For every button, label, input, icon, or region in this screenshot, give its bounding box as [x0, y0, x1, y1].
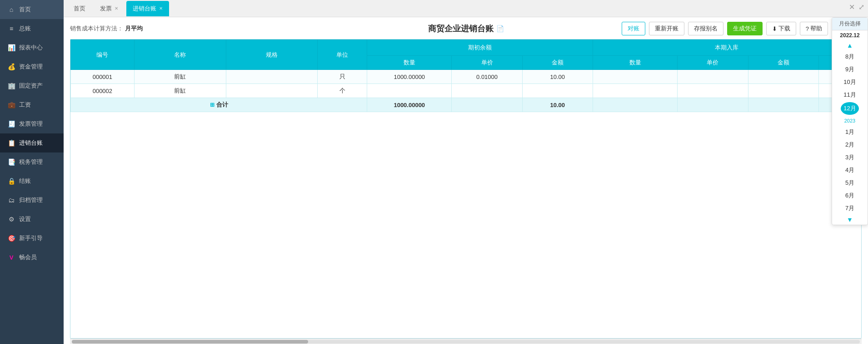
- download-button[interactable]: ⬇ 下载: [766, 22, 796, 35]
- total-label-cell: ⊞ 合计: [71, 98, 367, 112]
- reconcile-button[interactable]: 对账: [622, 22, 645, 35]
- sidebar-item-assets[interactable]: 🏢 固定资产: [0, 76, 64, 95]
- help-icon: ?: [806, 25, 809, 32]
- month-item-2023-2[interactable]: 2月: [832, 138, 868, 151]
- sidebar-item-label: 报表中心: [19, 44, 43, 52]
- month-item-2023-1[interactable]: 1月: [832, 126, 868, 138]
- month-item-2023-4[interactable]: 4月: [832, 164, 868, 177]
- data-table-container: 编号 名称 规格 单位 期初余额 本期入库 数量 单价 金额 数量 单价 金额: [70, 39, 862, 339]
- col-header-name: 名称: [134, 40, 226, 70]
- title-edit-icon[interactable]: 📄: [496, 25, 504, 32]
- month-panel-year-2022: 2022.12: [832, 30, 868, 40]
- cell-spec: [226, 84, 318, 98]
- col-header-id: 编号: [71, 40, 135, 70]
- cell-ci-qty: [593, 84, 677, 98]
- month-item-9[interactable]: 9月: [832, 63, 868, 76]
- col-ci-price: 单价: [678, 56, 748, 70]
- sidebar-item-reports[interactable]: 📊 报表中心: [0, 38, 64, 57]
- tax-icon: 📑: [7, 158, 15, 166]
- tab-purchase-sales-close[interactable]: ✕: [159, 6, 163, 11]
- close-accounts-icon: 🔒: [7, 177, 15, 185]
- sidebar-item-label: 税务管理: [19, 158, 43, 166]
- sidebar-item-label: 发票管理: [19, 120, 43, 128]
- month-item-2023-3[interactable]: 3月: [832, 151, 868, 164]
- purchase-sales-icon: 📋: [7, 139, 15, 147]
- sidebar: ⌂ 首页 ≡ 总账 📊 报表中心 💰 资金管理 🏢 固定资产 💼 工资 🧾 发票…: [0, 0, 64, 344]
- cost-method: 销售成本计算方法： 月平均: [70, 25, 143, 33]
- funds-icon: 💰: [7, 63, 15, 70]
- col-ci-amount: 金额: [748, 56, 818, 70]
- sidebar-item-funds[interactable]: 💰 资金管理: [0, 57, 64, 76]
- reports-icon: 📊: [7, 44, 15, 51]
- guide-icon: 🎯: [7, 235, 15, 242]
- cell-qs-price: [452, 84, 522, 98]
- window-expand-icon[interactable]: ⤢: [858, 3, 864, 11]
- total-ci-qty: [593, 98, 677, 112]
- col-qs-qty: 数量: [367, 56, 452, 70]
- cell-id: 000002: [71, 84, 135, 98]
- info-bar: 销售成本计算方法： 月平均 商贸企业进销台账 📄 对账 重新开账 存报别名 生成…: [70, 22, 862, 35]
- tab-invoice[interactable]: 发票 ✕: [94, 1, 125, 16]
- generate-voucher-button[interactable]: 生成凭证: [727, 22, 763, 35]
- download-icon: ⬇: [772, 25, 777, 32]
- sidebar-item-purchase-sales[interactable]: 📋 进销台账: [0, 133, 64, 152]
- reopen-button[interactable]: 重新开账: [649, 22, 684, 35]
- toolbar: 对账 重新开账 存报别名 生成凭证 ⬇ 下载 ? 帮助 ↻ 刷新: [622, 22, 862, 35]
- tab-purchase-sales-label: 进销台账: [133, 5, 156, 13]
- total-ci-price: [678, 98, 748, 112]
- col-header-period-start: 期初余额: [367, 40, 593, 56]
- month-year-2023-label: 2023: [832, 116, 868, 126]
- month-scroll-down[interactable]: ▼: [832, 215, 868, 225]
- help-label: 帮助: [810, 25, 822, 33]
- cell-qs-price: 0.01000: [452, 70, 522, 84]
- sidebar-item-label: 结账: [19, 177, 31, 185]
- sidebar-item-invoice-mgmt[interactable]: 🧾 发票管理: [0, 114, 64, 133]
- tab-invoice-label: 发票: [100, 5, 112, 13]
- invoice-mgmt-icon: 🧾: [7, 120, 15, 128]
- sidebar-item-ledger[interactable]: ≡ 总账: [0, 19, 64, 38]
- page-title: 商贸企业进销台账 📄: [428, 23, 504, 34]
- scrollbar-thumb[interactable]: [72, 340, 308, 344]
- window-close-icon[interactable]: ✕: [849, 3, 855, 11]
- vip-icon: V: [7, 254, 15, 261]
- sidebar-item-tax[interactable]: 📑 税务管理: [0, 152, 64, 172]
- cell-ci-amount: [748, 70, 818, 84]
- total-label-text: 合计: [216, 101, 228, 109]
- sidebar-item-archive[interactable]: 🗂 归档管理: [0, 191, 64, 210]
- main-content: 首页 发票 ✕ 进销台账 ✕ ✕ ⤢ 销售成本计算方法： 月平均 商贸企业进销台…: [64, 0, 868, 344]
- month-item-10[interactable]: 10月: [832, 76, 868, 88]
- tab-bar: 首页 发票 ✕ 进销台账 ✕ ✕ ⤢: [64, 0, 868, 17]
- help-button[interactable]: ? 帮助: [800, 22, 828, 35]
- data-table: 编号 名称 规格 单位 期初余额 本期入库 数量 单价 金额 数量 单价 金额: [70, 39, 861, 112]
- col-header-spec: 规格: [226, 40, 318, 70]
- download-label: 下载: [778, 25, 790, 33]
- month-item-8[interactable]: 8月: [832, 50, 868, 63]
- sidebar-item-settings[interactable]: ⚙ 设置: [0, 210, 64, 229]
- settings-icon: ⚙: [7, 216, 15, 223]
- sidebar-item-vip[interactable]: V 畅会员: [0, 248, 64, 267]
- sidebar-item-payroll[interactable]: 💼 工资: [0, 95, 64, 114]
- month-item-2023-6[interactable]: 6月: [832, 189, 868, 202]
- scrollbar-track: [72, 340, 860, 344]
- month-item-12[interactable]: 12月: [841, 102, 859, 115]
- sidebar-item-home[interactable]: ⌂ 首页: [0, 0, 64, 19]
- total-ci-amount: [748, 98, 818, 112]
- tab-purchase-sales[interactable]: 进销台账 ✕: [126, 1, 169, 16]
- sidebar-item-guide[interactable]: 🎯 新手引导: [0, 229, 64, 248]
- horizontal-scrollbar[interactable]: [70, 339, 862, 344]
- sidebar-item-close-accounts[interactable]: 🔒 结账: [0, 172, 64, 191]
- table-row: 000002 前缸 个: [71, 84, 861, 98]
- month-item-11[interactable]: 11月: [832, 88, 868, 101]
- cost-method-value: 月平均: [125, 25, 143, 32]
- month-item-2023-7[interactable]: 7月: [832, 202, 868, 215]
- sidebar-item-label: 资金管理: [19, 63, 43, 71]
- month-scroll-up[interactable]: ▲: [832, 40, 868, 50]
- col-qs-price: 单价: [452, 56, 522, 70]
- save-alias-button[interactable]: 存报别名: [688, 22, 723, 35]
- tab-home[interactable]: 首页: [67, 1, 92, 16]
- tab-invoice-close[interactable]: ✕: [115, 6, 118, 11]
- month-panel-scroll: 8月 9月 10月 11月 12月 2023 1月 2月 3月 4月 5月 6月…: [832, 50, 868, 215]
- title-text: 商贸企业进销台账: [428, 23, 494, 34]
- cell-qs-qty: [367, 84, 452, 98]
- month-item-2023-5[interactable]: 5月: [832, 177, 868, 189]
